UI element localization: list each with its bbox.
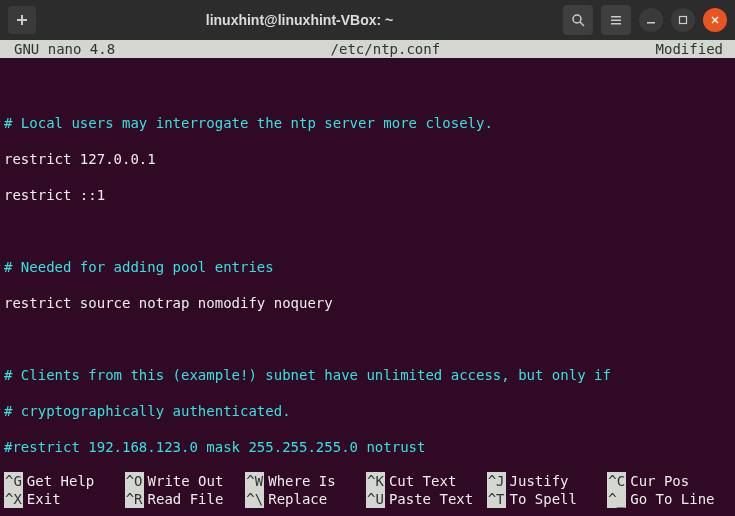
editor-line: restrict ::1 <box>4 186 731 204</box>
shortcut-row: ^XExit ^RRead File ^\Replace ^UPaste Tex… <box>4 490 731 508</box>
hamburger-icon <box>609 13 623 27</box>
editor-line: #restrict 192.168.123.0 mask 255.255.255… <box>4 438 731 456</box>
nano-version: GNU nano 4.8 <box>6 40 115 58</box>
maximize-button[interactable] <box>671 8 695 32</box>
shortcut-where-is[interactable]: ^WWhere Is <box>245 472 366 490</box>
shortcut-row: ^GGet Help ^OWrite Out ^WWhere Is ^KCut … <box>4 472 731 490</box>
shortcut-go-to-line[interactable]: ^_Go To Line <box>607 490 728 508</box>
close-icon <box>710 15 720 25</box>
svg-point-2 <box>573 15 581 23</box>
shortcut-cut-text[interactable]: ^KCut Text <box>366 472 487 490</box>
editor-line: # Clients from this (example!) subnet ha… <box>4 366 731 384</box>
svg-rect-8 <box>680 17 687 24</box>
shortcut-write-out[interactable]: ^OWrite Out <box>125 472 246 490</box>
svg-rect-1 <box>17 19 27 21</box>
menu-button[interactable] <box>601 5 631 35</box>
close-button[interactable] <box>703 8 727 32</box>
window-title: linuxhint@linuxhint-VBox: ~ <box>42 12 557 28</box>
blank-line <box>4 222 731 240</box>
shortcut-to-spell[interactable]: ^TTo Spell <box>487 490 608 508</box>
minimize-button[interactable] <box>639 8 663 32</box>
shortcut-get-help[interactable]: ^GGet Help <box>4 472 125 490</box>
shortcut-read-file[interactable]: ^RRead File <box>125 490 246 508</box>
new-tab-button[interactable] <box>8 6 36 34</box>
shortcut-cur-pos[interactable]: ^CCur Pos <box>607 472 728 490</box>
editor-line: # Needed for adding pool entries <box>4 258 731 276</box>
maximize-icon <box>678 15 688 25</box>
titlebar: linuxhint@linuxhint-VBox: ~ <box>0 0 735 40</box>
shortcut-justify[interactable]: ^JJustify <box>487 472 608 490</box>
search-icon <box>571 13 585 27</box>
search-button[interactable] <box>563 5 593 35</box>
shortcut-replace[interactable]: ^\Replace <box>245 490 366 508</box>
nano-filename: /etc/ntp.conf <box>115 40 655 58</box>
editor-line: # Local users may interrogate the ntp se… <box>4 114 731 132</box>
svg-rect-6 <box>611 23 621 25</box>
blank-line <box>4 510 731 516</box>
svg-rect-7 <box>647 22 655 24</box>
shortcut-paste-text[interactable]: ^UPaste Text <box>366 490 487 508</box>
svg-rect-5 <box>611 20 621 22</box>
editor-area[interactable]: # Local users may interrogate the ntp se… <box>0 58 735 516</box>
plus-icon <box>15 13 29 27</box>
svg-line-3 <box>580 22 584 26</box>
nano-shortcuts: ^GGet Help ^OWrite Out ^WWhere Is ^KCut … <box>0 472 735 508</box>
svg-rect-4 <box>611 16 621 18</box>
nano-header: GNU nano 4.8 /etc/ntp.conf Modified <box>0 40 735 58</box>
minimize-icon <box>646 15 656 25</box>
editor-line: restrict source notrap nomodify noquery <box>4 294 731 312</box>
nano-status: Modified <box>656 40 729 58</box>
editor-line: restrict 127.0.0.1 <box>4 150 731 168</box>
blank-line <box>4 330 731 348</box>
shortcut-exit[interactable]: ^XExit <box>4 490 125 508</box>
blank-line <box>4 78 731 96</box>
editor-line: # cryptographically authenticated. <box>4 402 731 420</box>
